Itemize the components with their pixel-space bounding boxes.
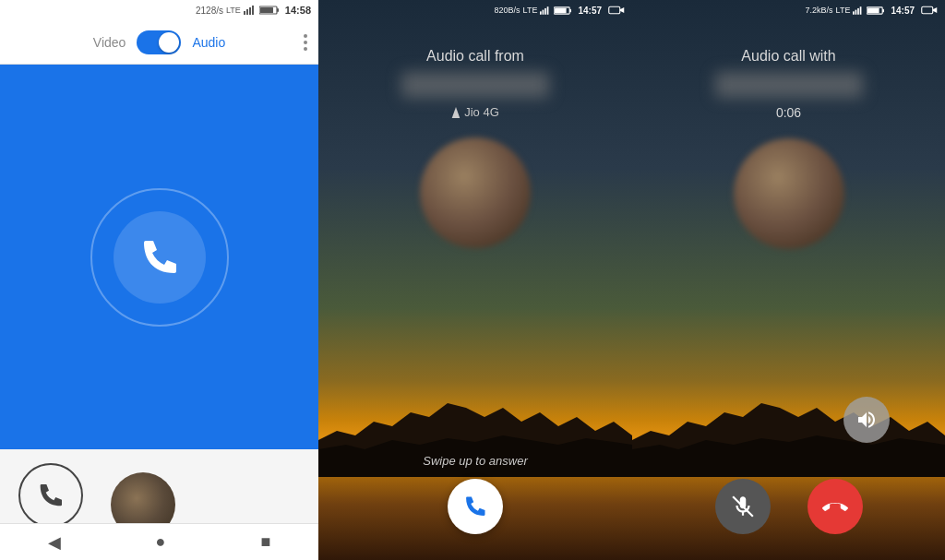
mid-network-info: Jio 4G (401, 105, 549, 119)
end-call-button[interactable] (807, 479, 863, 534)
toggle-row: Video Audio (0, 20, 318, 65)
svg-rect-14 (609, 6, 620, 14)
home-button[interactable]: ● (156, 532, 166, 552)
right-call-timer: 0:06 (715, 105, 863, 120)
right-call-status-text: Audio call with (715, 48, 863, 65)
left-speed: 2128/s (196, 6, 223, 16)
mid-panel: 820B/s LTE 14:57 Audio call from (318, 0, 632, 560)
mid-call-header: Audio call from Jio 4G (401, 48, 549, 119)
mute-button[interactable] (715, 479, 771, 534)
right-battery-icon (867, 6, 885, 15)
left-signal-icon (244, 6, 257, 15)
svg-rect-8 (543, 9, 544, 14)
svg-rect-6 (260, 7, 273, 13)
mid-caller-avatar (420, 137, 531, 248)
svg-rect-13 (555, 7, 567, 12)
mid-signal-small-icon (451, 107, 461, 118)
svg-rect-9 (545, 7, 547, 14)
right-caller-avatar (734, 138, 844, 249)
svg-rect-5 (277, 8, 279, 12)
end-call-icon (822, 494, 848, 519)
mid-answer-phone-icon (462, 494, 488, 519)
left-battery-icon (259, 6, 280, 15)
mid-status-bar: 820B/s LTE 14:57 (318, 0, 632, 20)
speaker-button[interactable] (843, 397, 890, 443)
right-status-bar: 7.2kB/s LTE 14:57 (632, 0, 945, 20)
back-button[interactable]: ◀ (48, 532, 61, 553)
right-signal-icon (853, 6, 864, 15)
phone-circle-outer (90, 188, 229, 327)
right-network: LTE (836, 6, 851, 15)
mid-speed: 820B/s (495, 6, 520, 15)
right-speed: 7.2kB/s (806, 6, 833, 15)
svg-marker-25 (933, 7, 938, 13)
svg-rect-3 (252, 6, 254, 15)
svg-rect-1 (246, 9, 248, 15)
svg-rect-2 (249, 7, 251, 15)
svg-rect-12 (570, 8, 572, 12)
right-panel: 7.2kB/s LTE 14:57 Audio call with (632, 0, 945, 560)
phone-icon (138, 235, 182, 280)
call-blue-area (0, 65, 318, 449)
left-panel: 2128/s LTE 14:58 Video Audio (0, 0, 318, 560)
svg-rect-17 (853, 11, 855, 14)
left-network-icon: LTE (226, 6, 241, 15)
left-status-bar: 2128/s LTE 14:58 (0, 0, 318, 20)
mid-caller-name (401, 72, 549, 98)
mid-signal-icon (540, 6, 551, 15)
svg-marker-15 (620, 7, 625, 13)
video-label: Video (93, 35, 126, 50)
phone-circle-inner (114, 211, 206, 304)
svg-marker-16 (452, 107, 461, 118)
left-time: 14:58 (285, 5, 311, 16)
new-call-circle (18, 463, 83, 528)
mid-battery-icon (554, 6, 572, 15)
speaker-icon (855, 409, 878, 431)
mid-time: 14:57 (578, 6, 602, 16)
new-call-phone-icon (36, 481, 66, 510)
more-options-button[interactable] (304, 34, 307, 51)
svg-rect-0 (244, 11, 245, 15)
svg-rect-18 (855, 9, 857, 14)
recents-button[interactable]: ■ (261, 532, 271, 552)
mid-call-status-text: Audio call from (401, 48, 549, 65)
mid-network: LTE (523, 6, 538, 15)
audio-label: Audio (192, 35, 225, 50)
right-call-overlay: 7.2kB/s LTE 14:57 Audio call with (632, 0, 945, 560)
right-time: 14:57 (891, 6, 915, 16)
left-nav-bar: ◀ ● ■ (0, 523, 318, 560)
mid-swipe-hint: Swipe up to answer (423, 454, 527, 468)
right-camera-icon (921, 5, 938, 16)
svg-rect-22 (883, 8, 885, 12)
svg-rect-23 (867, 7, 879, 12)
svg-rect-20 (860, 6, 862, 15)
mid-call-overlay: 820B/s LTE 14:57 Audio call from (318, 0, 632, 560)
svg-rect-10 (547, 6, 549, 15)
video-audio-toggle[interactable] (137, 30, 181, 54)
svg-rect-19 (858, 7, 860, 14)
right-caller-name (715, 72, 863, 98)
mute-icon (731, 494, 755, 518)
svg-rect-7 (540, 11, 542, 14)
right-call-header: Audio call with 0:06 (715, 48, 863, 120)
svg-rect-24 (922, 6, 933, 14)
mid-camera-icon (608, 5, 625, 16)
mid-answer-button[interactable] (448, 479, 503, 534)
